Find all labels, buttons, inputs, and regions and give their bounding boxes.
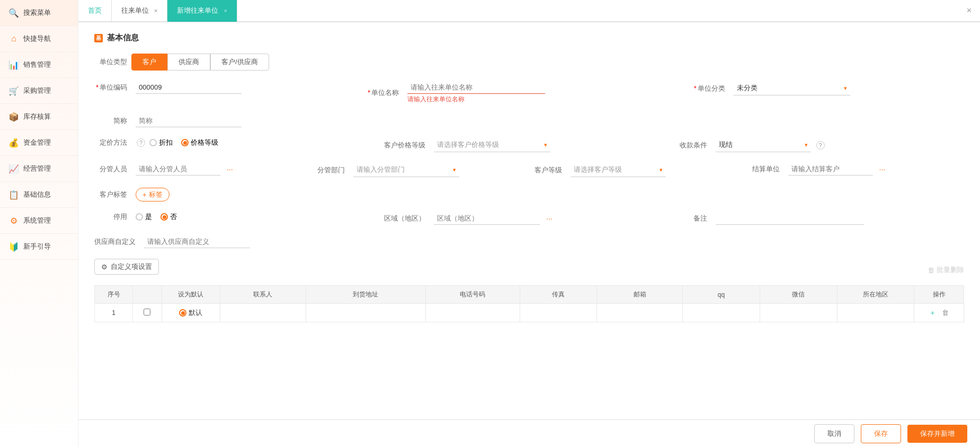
btn-type-customer[interactable]: 客户 (131, 54, 167, 71)
cell-ops: ＋ 🗑 (914, 304, 964, 322)
sidebar-item-beginner[interactable]: 🔰 新手引导 (0, 234, 78, 260)
col-fax: 传真 (520, 286, 597, 304)
sidebar-item-purchase[interactable]: 🛒 采购管理 (0, 78, 78, 104)
unit-type-label: 单位类型 (94, 57, 131, 67)
tab-home[interactable]: 首页 (78, 0, 112, 22)
remark-group: 备注 (674, 212, 964, 225)
disable-no[interactable]: 否 (161, 212, 177, 222)
sidebar-item-search[interactable]: 🔍 搜索菜单 (0, 0, 78, 26)
row-supervisor: 分管人员 ··· 分管部门 请输入分管部门 ▾ 客户等级 请选择客户等级 ▾ 结… (94, 163, 964, 177)
cell-qq[interactable] (683, 304, 760, 322)
section-title: 基本信息 (107, 33, 139, 43)
region-input-cell[interactable] (857, 309, 894, 317)
cell-checkbox[interactable] (133, 304, 162, 322)
email-input[interactable] (619, 309, 661, 317)
unit-type-group: 客户 供应商 客户/供应商 (131, 54, 269, 71)
cell-phone[interactable] (425, 304, 520, 322)
unit-name-input[interactable] (407, 81, 545, 94)
cell-address[interactable] (306, 304, 425, 322)
pricing-option-discount[interactable]: 折扣 (149, 138, 173, 147)
sidebar-item-system[interactable]: ⚙ 系统管理 (0, 208, 78, 234)
phone-input[interactable] (449, 309, 496, 317)
add-tag-button[interactable]: + 标签 (136, 188, 170, 201)
sidebar-item-quick-nav[interactable]: ⌂ 快捷导航 (0, 26, 78, 52)
btn-type-both[interactable]: 客户/供应商 (210, 54, 269, 71)
contact-table: 序号 设为默认 联系人 到货地址 电话号码 传真 邮箱 qq 微信 所在地区 操… (94, 285, 964, 322)
col-wechat: 微信 (760, 286, 837, 304)
sidebar-item-inventory[interactable]: 📦 库存核算 (0, 104, 78, 130)
payment-label: 收款条件 (674, 141, 711, 150)
pricing-help-icon[interactable]: ? (137, 138, 145, 147)
customer-price-select[interactable]: 请选择客户价格等级 ▾ (434, 138, 550, 152)
sidebar-item-finance[interactable]: 💰 资金管理 (0, 130, 78, 156)
supervisor-input[interactable] (136, 163, 220, 176)
customer-level-select[interactable]: 请选择客户等级 ▾ (571, 163, 666, 177)
cell-contact[interactable] (220, 304, 306, 322)
payment-help-icon[interactable]: ? (816, 141, 825, 150)
batch-delete-btn[interactable]: 🗑 批量删除 (928, 265, 964, 275)
chevron-down-icon: ▾ (844, 85, 847, 92)
chevron-level-icon: ▾ (660, 166, 663, 173)
chevron-price-icon: ▾ (544, 142, 547, 148)
qq-input[interactable] (703, 309, 740, 317)
supplier-custom-input[interactable] (144, 235, 250, 248)
unit-category-select[interactable]: 未分类 ▾ (734, 81, 850, 95)
default-radio[interactable]: 默认 (167, 308, 215, 318)
address-input[interactable] (334, 309, 397, 317)
radio-level (181, 139, 189, 146)
settlement-more-btn[interactable]: ··· (879, 165, 886, 173)
close-partner-tab[interactable]: × (154, 7, 157, 14)
contact-input[interactable] (242, 309, 284, 317)
sidebar-item-basic-info[interactable]: 📋 基础信息 (0, 182, 78, 208)
disable-radio-group: 是 否 (136, 212, 177, 222)
wechat-input[interactable] (780, 309, 817, 317)
row-disable: 停用 是 否 区域（地区） ··· 备注 (94, 212, 964, 225)
payment-group: 收款条件 现结 ▾ ? (674, 138, 964, 152)
main-area: 首页 往来单位 × 新增往来单位 × × 基 基本信息 单位类型 客户 供应商 … (78, 0, 980, 447)
unit-category-value: 未分类 (737, 83, 842, 93)
sidebar-item-operations[interactable]: 📈 经营管理 (0, 156, 78, 182)
close-all-tabs[interactable]: × (958, 6, 980, 15)
chevron-dept-icon: ▾ (453, 166, 456, 173)
cancel-button[interactable]: 取消 (814, 424, 854, 443)
delete-row-btn[interactable]: 🗑 (942, 309, 949, 317)
remark-input[interactable] (716, 212, 864, 225)
sidebar-item-sales[interactable]: 📊 销售管理 (0, 52, 78, 78)
add-row-btn[interactable]: ＋ (929, 309, 936, 317)
home-icon: ⌂ (8, 33, 19, 44)
col-phone: 电话号码 (425, 286, 520, 304)
save-button[interactable]: 保存 (861, 424, 901, 443)
cell-fax[interactable] (520, 304, 597, 322)
cell-email[interactable] (597, 304, 683, 322)
tab-new-partner[interactable]: 新增往来单位 × (167, 0, 237, 22)
row-checkbox[interactable] (144, 309, 150, 315)
short-name-input[interactable] (136, 115, 242, 127)
row-pricing: 定价方法 ? 折扣 价格等级 客户价格等级 请选择客户价格等级 (94, 138, 964, 152)
gear-icon: ⚙ (8, 215, 19, 226)
dept-select[interactable]: 请输入分管部门 ▾ (353, 163, 459, 177)
disable-yes[interactable]: 是 (136, 212, 152, 222)
custom-settings-button[interactable]: ⚙ 自定义项设置 (94, 259, 159, 275)
fax-input[interactable] (540, 309, 577, 317)
supervisor-more-btn[interactable]: ··· (227, 165, 233, 173)
cell-region[interactable] (837, 304, 914, 322)
save-new-button[interactable]: 保存并新增 (907, 425, 967, 443)
region-more-btn[interactable]: ··· (546, 214, 553, 223)
settings-icon: ⚙ (101, 263, 108, 271)
btn-type-supplier[interactable]: 供应商 (167, 54, 210, 71)
region-input[interactable] (434, 212, 540, 225)
settlement-input[interactable] (788, 163, 873, 176)
close-new-partner-tab[interactable]: × (224, 7, 227, 14)
pricing-option-level[interactable]: 价格等级 (181, 138, 218, 147)
cell-wechat[interactable] (760, 304, 837, 322)
radio-default (179, 309, 186, 317)
col-default: 设为默认 (162, 286, 220, 304)
short-name-group: 简称 (94, 115, 964, 127)
plus-icon: + (142, 191, 147, 199)
unit-code-label: 单位编码 (94, 83, 131, 92)
payment-select[interactable]: 现结 ▾ (716, 138, 811, 152)
unit-code-input[interactable] (136, 81, 242, 94)
short-name-label: 简称 (94, 116, 131, 126)
dept-placeholder: 请输入分管部门 (357, 165, 451, 174)
tab-partner[interactable]: 往来单位 × (112, 0, 167, 22)
